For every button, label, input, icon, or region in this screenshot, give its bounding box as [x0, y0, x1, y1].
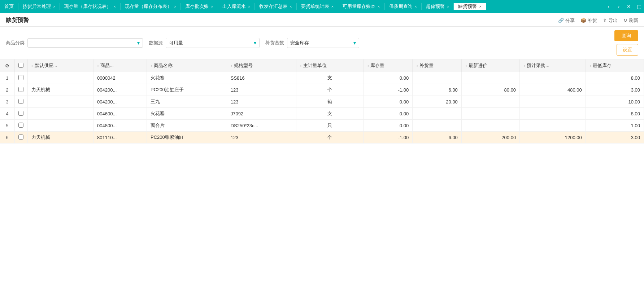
tab-close-btn-6[interactable]: × — [290, 4, 292, 9]
cell-min_stock-5: 3.00 — [586, 132, 644, 144]
tab-item-8[interactable]: 可用量库存账本× — [338, 3, 384, 10]
table-header-row: ⚙ ↕默认供应... ↕商品... ↕商品名称 ↕规格型号 — [0, 59, 644, 72]
th-goods-code-sort-icon: ↕ — [97, 64, 99, 68]
tab-item-2[interactable]: 现存量（库存状况表）× — [60, 3, 120, 10]
cell-goods_code-4: 004800... — [93, 120, 147, 132]
th-supplier-label: 默认供应... — [35, 62, 57, 69]
tab-item-1[interactable]: 拣货异常处理× — [18, 3, 60, 10]
cell-num-5: 6 — [0, 132, 14, 144]
tab-item-0[interactable]: 首页 — [0, 3, 18, 10]
th-spec-sort-icon: ↕ — [231, 64, 232, 68]
cell-est_purchase-5: 1200.00 — [520, 132, 586, 144]
category-label: 商品分类 — [6, 40, 25, 46]
tab-item-4[interactable]: 库存批次账× — [181, 3, 218, 10]
tab-item-7[interactable]: 要货单统计表× — [297, 3, 338, 10]
th-checkbox — [14, 59, 27, 72]
tab-item-3[interactable]: 现存量（库存分布表）× — [121, 3, 181, 10]
tab-close-btn-11[interactable]: × — [479, 4, 481, 9]
tab-next-btn[interactable]: › — [614, 0, 624, 13]
th-stock-label: 库存量 — [370, 62, 384, 69]
replenish-btn[interactable]: 📦 补货 — [580, 17, 597, 24]
th-goods-name-sort-icon: ↕ — [151, 64, 152, 68]
share-btn[interactable]: 🔗 分享 — [558, 17, 575, 24]
th-min-stock: ↕最低库存 — [586, 59, 644, 72]
gear-settings-icon[interactable]: ⚙ — [5, 63, 9, 69]
th-goods-code-label: 商品... — [100, 62, 114, 69]
datasource-select[interactable]: 可用量 ▾ — [166, 38, 260, 48]
tab-prev-btn[interactable]: ‹ — [604, 0, 614, 13]
cell-goods_code-2: 004200... — [93, 96, 147, 108]
cell-checkbox-1 — [14, 84, 27, 96]
row-checkbox-3[interactable] — [18, 111, 23, 116]
cell-est_purchase-4 — [520, 120, 586, 132]
cell-replenish-1: 6.00 — [413, 84, 462, 96]
row-checkbox-0[interactable] — [18, 75, 23, 80]
setting-btn[interactable]: 设置 — [617, 44, 638, 56]
tab-item-6[interactable]: 收发存汇总表× — [255, 3, 296, 10]
row-checkbox-2[interactable] — [18, 99, 23, 104]
cell-latest_price-2 — [461, 96, 519, 108]
cell-stock-5: -1.00 — [364, 132, 413, 144]
datasource-dropdown-icon: ▾ — [254, 40, 256, 46]
cell-stock-3: 0.00 — [364, 108, 413, 120]
th-stock-sort-icon: ↕ — [367, 64, 369, 68]
table-container: ⚙ ↕默认供应... ↕商品... ↕商品名称 ↕规格型号 — [0, 59, 644, 287]
th-latest-price-sort-icon: ↕ — [465, 64, 467, 68]
cell-checkbox-4 — [14, 120, 27, 132]
th-spec-label: 规格型号 — [234, 62, 253, 69]
refresh-btn[interactable]: ↻ 刷新 — [623, 17, 638, 24]
export-btn[interactable]: ⇧ 导出 — [603, 17, 618, 24]
th-latest-price-label: 最新进价 — [469, 62, 487, 69]
table-row[interactable]: 10000042火花塞SS816支0.008.00 — [0, 72, 644, 84]
cell-num-1: 2 — [0, 84, 14, 96]
select-all-checkbox[interactable] — [18, 63, 23, 68]
cell-min_stock-3: 8.00 — [586, 108, 644, 120]
tab-close-btn-10[interactable]: × — [447, 4, 449, 9]
replenish-icon: 📦 — [580, 18, 586, 23]
main-table: ⚙ ↕默认供应... ↕商品... ↕商品名称 ↕规格型号 — [0, 59, 644, 144]
cell-min_stock-4: 1.00 — [586, 120, 644, 132]
tab-close-btn-7[interactable]: × — [331, 4, 334, 9]
tab-maximize-btn[interactable]: ▢ — [634, 0, 644, 13]
cell-unit-1: 个 — [296, 84, 364, 96]
tab-close-btn-2[interactable]: × — [113, 4, 116, 9]
cell-stock-2: 0.00 — [364, 96, 413, 108]
row-checkbox-1[interactable] — [18, 87, 23, 92]
tab-close-btn-5[interactable]: × — [248, 4, 250, 9]
th-supplier: ↕默认供应... — [27, 59, 93, 72]
tab-close-btn-9[interactable]: × — [415, 4, 417, 9]
cell-est_purchase-2 — [520, 96, 586, 108]
tab-item-9[interactable]: 保质期查询× — [385, 3, 422, 10]
table-row[interactable]: 3004200...三九123箱0.0020.0010.00 — [0, 96, 644, 108]
th-latest-price: ↕最新进价 — [461, 59, 519, 72]
tab-item-10[interactable]: 超储预警× — [422, 3, 454, 10]
th-est-purchase: ↕预计采购... — [520, 59, 586, 72]
cell-supplier-5: 力天机械 — [27, 132, 93, 144]
table-row[interactable]: 5004800...离合片DS250*23c...只0.001.00 — [0, 120, 644, 132]
table-row[interactable]: 4004600...火花塞J7092支0.008.00 — [0, 108, 644, 120]
tab-close-btn-8[interactable]: × — [378, 4, 380, 9]
cell-latest_price-4 — [461, 120, 519, 132]
cell-unit-5: 个 — [296, 132, 364, 144]
tab-item-11[interactable]: 缺货预警× — [454, 3, 486, 10]
row-checkbox-4[interactable] — [18, 123, 23, 128]
cell-supplier-0 — [27, 72, 93, 84]
tab-close-btn-4[interactable]: × — [211, 4, 213, 9]
query-buttons: 查询 设置 — [614, 30, 638, 56]
tab-close-btn-1[interactable]: × — [53, 4, 55, 9]
row-checkbox-5[interactable] — [18, 134, 23, 140]
tab-close-window-btn[interactable]: ✕ — [624, 0, 634, 13]
table-row[interactable]: 2力天机械004200...PC200油缸庄子123个-1.006.0080.0… — [0, 84, 644, 96]
replenish-select[interactable]: 安全库存 ▾ — [287, 38, 359, 48]
header-actions: 🔗 分享 📦 补货 ⇧ 导出 ↻ 刷新 — [558, 17, 638, 24]
export-icon: ⇧ — [603, 18, 607, 23]
replenish-dropdown-icon: ▾ — [353, 40, 356, 46]
category-select[interactable]: ▾ — [27, 38, 143, 48]
query-btn[interactable]: 查询 — [614, 30, 638, 41]
replenish-value: 安全库存 — [290, 40, 309, 46]
cell-unit-4: 只 — [296, 120, 364, 132]
filter-row: 商品分类 ▾ 数据源 可用量 ▾ 补货基数 安全库存 ▾ 查询 — [0, 27, 644, 59]
tab-close-btn-3[interactable]: × — [174, 4, 176, 9]
tab-item-5[interactable]: 出入库流水× — [218, 3, 255, 10]
table-row[interactable]: 6力天机械801110...PC200张紧油缸123个-1.006.00200.… — [0, 132, 644, 144]
